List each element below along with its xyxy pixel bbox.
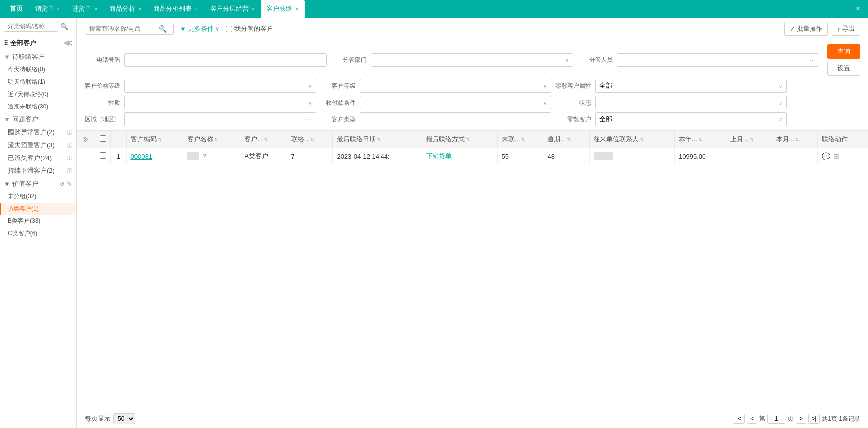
- export-icon: ↑: [837, 25, 841, 33]
- edit-icon[interactable]: ✎: [67, 180, 72, 188]
- customer-type-field-group: 客户类型: [320, 112, 551, 126]
- search-icon-main[interactable]: 🔍: [159, 25, 167, 33]
- prev-page-button[interactable]: <: [747, 414, 757, 424]
- sidebar-item-class-c[interactable]: C类客户(6): [0, 227, 76, 240]
- nav-tab-purchase[interactable]: 进货单 ×: [66, 0, 103, 18]
- customer-level-select[interactable]: ∨: [360, 79, 551, 93]
- col-gear: ⚙: [77, 131, 95, 148]
- sidebar-item-7days-pending[interactable]: 近7天待联络(0): [0, 88, 76, 101]
- sidebar-item-churned[interactable]: 已流失客户(24) ⓘ: [0, 152, 76, 164]
- sidebar-item-class-b[interactable]: B类客户(33): [0, 215, 76, 227]
- sort-contact-icon[interactable]: ⇅: [310, 137, 314, 142]
- nature-field-group: 性质 ∨: [85, 96, 316, 109]
- chat-action-icon[interactable]: 💬: [822, 152, 830, 160]
- refresh-icon[interactable]: ↺: [59, 180, 65, 188]
- sort-name-icon[interactable]: ⇅: [214, 137, 218, 142]
- more-conditions-button[interactable]: ▼ 更多条件 ∨: [180, 24, 220, 33]
- status-select[interactable]: ∨: [595, 96, 787, 109]
- sidebar-all-customers[interactable]: ⠿ 全部客户 ≪: [0, 35, 76, 51]
- retail-attr-select[interactable]: 全部 ∨: [595, 79, 787, 93]
- data-table-area: ⚙ 客户编码 ⇅: [77, 131, 868, 409]
- sidebar-item-today-pending[interactable]: 今天待联络(0): [0, 63, 76, 76]
- col-code: 客户编码 ⇅: [126, 131, 183, 148]
- dept-select[interactable]: ∨: [371, 53, 573, 67]
- close-goods-analysis-icon[interactable]: ×: [138, 6, 141, 12]
- settings-button[interactable]: 设置: [827, 61, 860, 76]
- payment-select[interactable]: ∨: [360, 96, 551, 109]
- select-all-checkbox[interactable]: [100, 135, 106, 142]
- sort-overdue-icon[interactable]: ⇅: [567, 137, 571, 142]
- sidebar-item-overdue-contact[interactable]: 逾期未联络(30): [0, 101, 76, 113]
- batch-operation-button[interactable]: ✓ 批量操作: [784, 22, 828, 36]
- close-customer-contact-icon[interactable]: ×: [295, 6, 298, 12]
- sidebar-group-problem[interactable]: ▼ 问题客户: [0, 113, 76, 126]
- nav-tab-customer-tier[interactable]: 客户分层经营 ×: [204, 0, 261, 18]
- sidebar-search-input[interactable]: [4, 21, 58, 32]
- customer-level-chevron-icon: ∨: [543, 83, 547, 89]
- sidebar-item-class-a[interactable]: A类客户(1): [0, 203, 76, 215]
- nav-tab-home[interactable]: 首页: [4, 0, 29, 18]
- name-avatar: [187, 152, 199, 160]
- nav-tab-sales[interactable]: 销货单 ×: [29, 0, 66, 18]
- customer-type-select[interactable]: [360, 112, 551, 126]
- row-no-contact: 55: [497, 148, 543, 164]
- next-page-button[interactable]: >: [796, 414, 806, 424]
- sidebar-group-pending[interactable]: ▼ 待联络客户: [0, 51, 76, 63]
- price-level-chevron-icon: ∨: [308, 83, 312, 89]
- sidebar-item-ungrouped[interactable]: 未分组(32): [0, 190, 76, 203]
- last-page-button[interactable]: >|: [808, 414, 820, 424]
- col-name: 客户名称 ⇅: [183, 131, 240, 148]
- sort-unit-icon[interactable]: ⇅: [640, 137, 644, 142]
- sort-last-month-icon[interactable]: ⇅: [750, 137, 754, 142]
- region-select[interactable]: ···: [124, 112, 316, 126]
- query-button[interactable]: 查询: [827, 44, 860, 59]
- close-sales-icon[interactable]: ×: [57, 6, 60, 12]
- person-label: 分管人员: [577, 56, 617, 64]
- nav-tab-goods-list[interactable]: 商品分析列表 ×: [147, 0, 204, 18]
- nav-tab-goods-analysis[interactable]: 商品分析 ×: [104, 0, 147, 18]
- close-purchase-icon[interactable]: ×: [94, 6, 97, 12]
- contact-method-link[interactable]: 下销货单: [426, 152, 452, 160]
- close-all-tabs-button[interactable]: ×: [852, 4, 864, 13]
- sort-this-month-icon[interactable]: ⇅: [795, 137, 799, 142]
- phone-input[interactable]: [124, 53, 327, 67]
- price-level-select[interactable]: ∨: [124, 79, 316, 93]
- gear-icon[interactable]: ⚙: [83, 136, 89, 143]
- nature-label: 性质: [85, 99, 124, 107]
- sidebar-item-tomorrow-pending[interactable]: 明天待联络(1): [0, 76, 76, 88]
- sort-type-icon[interactable]: ⇅: [264, 137, 268, 142]
- price-level-label: 客户价格等级: [85, 82, 124, 90]
- sidebar-collapse-icon[interactable]: ≪: [64, 38, 72, 48]
- row-this-year: 10995.00: [675, 148, 726, 164]
- more-action-icon[interactable]: ⊞: [833, 152, 839, 160]
- sidebar-search-icon[interactable]: 🔍: [60, 23, 68, 30]
- export-button[interactable]: ↑ 导出: [832, 22, 861, 36]
- close-customer-tier-icon[interactable]: ×: [252, 6, 255, 12]
- per-page-select[interactable]: 50: [113, 413, 135, 424]
- my-customers-checkbox[interactable]: [226, 26, 232, 32]
- nav-tab-customer-contact[interactable]: 客户联络 ×: [261, 0, 304, 18]
- sort-date-icon[interactable]: ⇅: [377, 137, 380, 142]
- sort-no-contact-icon[interactable]: ⇅: [521, 137, 525, 142]
- sidebar-item-abnormal-purchase[interactable]: 囤购异常客户(2) ⓘ: [0, 126, 76, 139]
- person-select[interactable]: ···: [617, 53, 819, 67]
- sidebar-item-churn-warning[interactable]: 流失预警客户(3) ⓘ: [0, 139, 76, 152]
- close-goods-list-icon[interactable]: ×: [195, 6, 198, 12]
- search-input[interactable]: [89, 25, 159, 32]
- retail-select[interactable]: 全部 ∨: [595, 112, 787, 126]
- sort-code-icon[interactable]: ⇅: [158, 137, 162, 142]
- info-icon-4: ⓘ: [67, 167, 72, 175]
- person-dots-icon[interactable]: ···: [809, 56, 815, 64]
- sort-year-icon[interactable]: ⇅: [698, 137, 702, 142]
- page-number-input[interactable]: [767, 414, 785, 424]
- sidebar-group-value[interactable]: ▼ 价值客户 ↺ ✎: [0, 177, 76, 190]
- region-label: 区域（地区）: [85, 115, 124, 124]
- nature-select[interactable]: ∨: [124, 96, 316, 109]
- first-page-button[interactable]: |<: [733, 414, 745, 424]
- total-records: 共1页 1条记录: [822, 415, 860, 423]
- region-dots-icon[interactable]: ···: [306, 115, 312, 123]
- sort-method-icon[interactable]: ⇅: [466, 137, 470, 142]
- customer-code-link[interactable]: 000031: [131, 153, 152, 160]
- sidebar-item-declining[interactable]: 持续下滑客户(2) ⓘ: [0, 164, 76, 177]
- row-select-checkbox[interactable]: [100, 152, 106, 159]
